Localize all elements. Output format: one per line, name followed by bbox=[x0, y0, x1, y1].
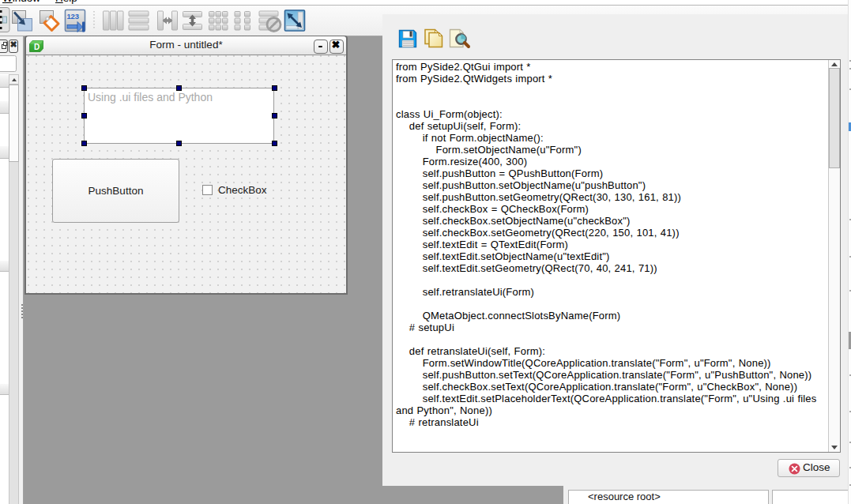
svg-text:123: 123 bbox=[67, 12, 79, 21]
